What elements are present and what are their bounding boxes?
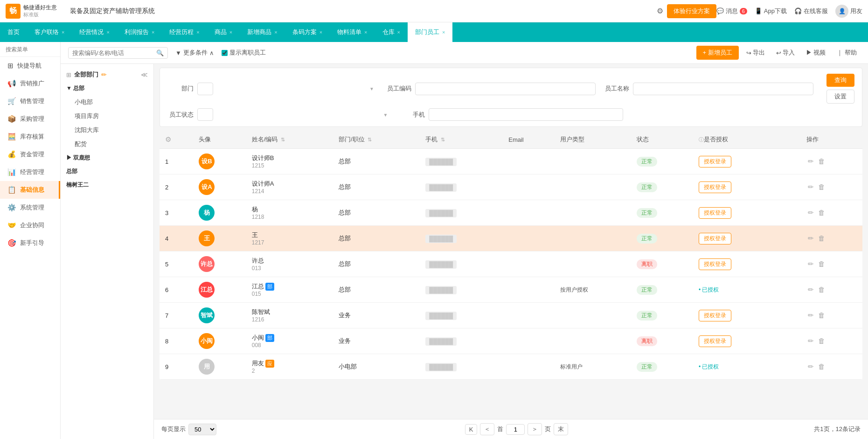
edit-icon[interactable]: ✏	[808, 157, 814, 165]
sidebar-item-inventory[interactable]: 🧮库存核算	[0, 128, 60, 146]
export-button[interactable]: ↪ 导出	[743, 47, 769, 59]
nav-tab-经营历程[interactable]: 经营历程×	[162, 22, 207, 42]
delete-icon[interactable]: 🗑	[818, 260, 825, 268]
delete-icon[interactable]: 🗑	[818, 337, 825, 345]
settings-icon[interactable]: ⚙	[657, 7, 663, 15]
sidebar-item-corp[interactable]: 🤝企业协同	[0, 216, 60, 234]
last-page-btn[interactable]: 末	[554, 423, 568, 435]
edit-icon[interactable]: ✏	[808, 183, 814, 191]
auth-button[interactable]: 授权登录	[699, 156, 731, 167]
delete-icon[interactable]: 🗑	[818, 362, 825, 370]
page-size-select[interactable]: 50 100	[188, 424, 216, 435]
auth-button[interactable]: 授权登录	[699, 207, 731, 219]
sidebar-item-guide[interactable]: 🎯新手引导	[0, 234, 60, 252]
edit-icon[interactable]: ✏	[808, 260, 814, 268]
trial-button[interactable]: 体验行业方案	[667, 4, 716, 18]
auth-button[interactable]: 授权登录	[699, 310, 731, 321]
tree-group-3[interactable]: 楠树王二	[61, 178, 153, 192]
app-download-btn[interactable]: 📱 App下载	[755, 7, 787, 15]
col-settings-icon[interactable]: ⚙	[165, 135, 171, 143]
emp-code-input[interactable]	[415, 83, 596, 95]
sidebar-item-marketing[interactable]: 📢营销推广	[0, 75, 60, 92]
nav-tab-物料清单[interactable]: 物料清单×	[330, 22, 375, 42]
edit-icon[interactable]: ✏	[808, 337, 814, 345]
help-btn[interactable]: ｜ 帮助	[833, 47, 861, 59]
tab-close-icon[interactable]: ×	[196, 29, 199, 35]
tab-close-icon[interactable]: ×	[364, 29, 367, 35]
emp-status-select[interactable]	[197, 108, 213, 121]
sidebar-item-system[interactable]: ⚙️系统管理	[0, 199, 60, 216]
tab-close-icon[interactable]: ×	[62, 29, 64, 35]
more-filter-btn[interactable]: ▼ 更多条件 ∧	[172, 47, 218, 59]
tree-child-项目库房[interactable]: 项目库房	[61, 109, 153, 123]
auth-button[interactable]: 授权登录	[699, 233, 731, 244]
nav-tab-客户联络[interactable]: 客户联络×	[27, 22, 72, 42]
auth-button[interactable]: 授权登录	[699, 335, 731, 347]
sidebar-item-quicknav[interactable]: ⊞快捷导航	[0, 57, 60, 75]
auth-button[interactable]: 授权登录	[699, 258, 731, 270]
nav-tab-部门员工[interactable]: 部门员工×	[408, 22, 452, 42]
tree-group-2[interactable]: 总部	[61, 165, 153, 178]
dept-edit-icon[interactable]: ✏	[101, 71, 107, 78]
video-btn[interactable]: ▶ 视频	[802, 47, 830, 59]
tree-child-沈阳大库[interactable]: 沈阳大库	[61, 123, 153, 137]
sidebar-item-operation[interactable]: 📊经营管理	[0, 163, 60, 181]
tree-group-1[interactable]: ▶ 双鹿想	[61, 151, 153, 165]
show-inactive-checkbox[interactable]	[222, 50, 228, 56]
message-btn[interactable]: 💬 消息 6	[716, 7, 747, 15]
col-name-header[interactable]: 姓名/编码 ⇅	[246, 131, 333, 149]
tree-child-配货[interactable]: 配货	[61, 137, 153, 151]
nav-tab-首页[interactable]: 首页	[0, 22, 27, 42]
delete-icon[interactable]: 🗑	[818, 209, 825, 216]
auth-button[interactable]: 授权登录	[699, 181, 731, 193]
sidebar-item-basic[interactable]: 📋基础信息	[0, 181, 60, 199]
edit-icon[interactable]: ✏	[808, 286, 814, 293]
all-dept-label[interactable]: 全部部门	[74, 70, 98, 79]
user-btn[interactable]: 👤 用友	[835, 5, 862, 18]
show-inactive-toggle[interactable]: 显示离职员工	[222, 49, 266, 57]
add-employee-button[interactable]: + 新增员工	[696, 46, 739, 60]
nav-tab-经营情况[interactable]: 经营情况×	[72, 22, 117, 42]
sidebar-item-purchase[interactable]: 📦采购管理	[0, 110, 60, 128]
sidebar-item-sales[interactable]: 🛒销售管理	[0, 92, 60, 110]
edit-icon[interactable]: ✏	[808, 209, 814, 216]
tab-close-icon[interactable]: ×	[106, 29, 109, 35]
delete-icon[interactable]: 🗑	[818, 286, 825, 293]
tab-close-icon[interactable]: ×	[274, 29, 277, 35]
reset-button[interactable]: 设置	[826, 90, 854, 104]
nav-tab-新增商品[interactable]: 新增商品×	[240, 22, 285, 42]
tree-child-小电部[interactable]: 小电部	[61, 95, 153, 109]
tree-group-0[interactable]: ▼ 总部	[61, 82, 153, 95]
tab-close-icon[interactable]: ×	[397, 29, 400, 35]
query-button[interactable]: 查询	[826, 74, 854, 87]
tab-close-icon[interactable]: ×	[152, 29, 154, 35]
tab-close-icon[interactable]: ×	[442, 29, 445, 35]
delete-icon[interactable]: 🗑	[818, 311, 825, 319]
col-dept-header[interactable]: 部门/职位 ⇅	[333, 131, 420, 149]
delete-icon[interactable]: 🗑	[818, 234, 825, 242]
tab-close-icon[interactable]: ×	[229, 29, 232, 35]
delete-icon[interactable]: 🗑	[818, 157, 825, 165]
search-menu-input[interactable]	[6, 46, 61, 53]
nav-tab-条码方案[interactable]: 条码方案×	[285, 22, 330, 42]
tab-close-icon[interactable]: ×	[319, 29, 322, 35]
nav-tab-商品[interactable]: 商品×	[207, 22, 240, 42]
edit-icon[interactable]: ✏	[808, 362, 814, 370]
first-page-btn[interactable]: K	[465, 424, 478, 435]
search-employee-input[interactable]	[72, 49, 156, 56]
online-service-btn[interactable]: 🎧 在线客服	[794, 7, 828, 15]
next-page-btn[interactable]: ＞	[528, 423, 542, 435]
search-submit-icon[interactable]: 🔍	[156, 49, 164, 56]
edit-icon[interactable]: ✏	[808, 311, 814, 319]
page-number-input[interactable]	[506, 424, 525, 435]
nav-tab-利润报告[interactable]: 利润报告×	[117, 22, 162, 42]
emp-name-input[interactable]	[633, 83, 813, 95]
prev-page-btn[interactable]: ＜	[480, 423, 494, 435]
dept-collapse-icon[interactable]: ≪	[141, 71, 148, 78]
sidebar-item-finance[interactable]: 💰资金管理	[0, 146, 60, 163]
edit-icon[interactable]: ✏	[808, 234, 814, 242]
delete-icon[interactable]: 🗑	[818, 183, 825, 191]
col-settings-header[interactable]: ⚙	[160, 131, 193, 149]
nav-tab-仓库[interactable]: 仓库×	[375, 22, 408, 42]
phone-input[interactable]	[429, 108, 623, 121]
